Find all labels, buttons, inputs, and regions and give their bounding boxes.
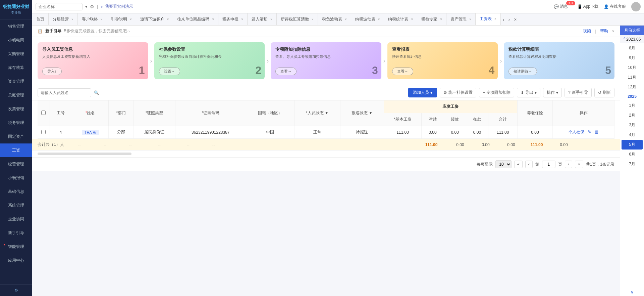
tab-tax-burden[interactable]: 税负波动表× bbox=[318, 13, 351, 26]
unified-social-security-button[interactable]: ⚙ 统一社保设置 bbox=[440, 88, 476, 97]
search-icon[interactable]: 🔍 bbox=[94, 90, 99, 95]
action-personal-insurance[interactable]: 个人社保 bbox=[568, 130, 584, 134]
tab-close-tax[interactable]: × bbox=[241, 17, 243, 21]
export-button[interactable]: ⬇ 导出 ▾ bbox=[517, 88, 540, 97]
tab-close-invite[interactable]: × bbox=[167, 17, 169, 21]
settings-icon[interactable]: ⚙ bbox=[0, 284, 32, 296]
sidebar-item-purchase[interactable]: 采购管理 bbox=[0, 47, 32, 61]
next-page-button[interactable]: › bbox=[565, 161, 572, 168]
horizontal-scrollbar[interactable] bbox=[38, 153, 131, 155]
tab-close-payroll[interactable]: × bbox=[494, 17, 496, 21]
tab-nav-right[interactable]: › bbox=[506, 17, 512, 22]
month-9[interactable]: 9月 bbox=[620, 53, 644, 63]
step-5-btn[interactable]: 敬请期待→ bbox=[508, 68, 537, 75]
tab-tax-expert[interactable]: 税检专家× bbox=[417, 13, 446, 26]
month-10[interactable]: 10月 bbox=[620, 63, 644, 73]
tab-close-burden[interactable]: × bbox=[345, 17, 347, 21]
sidebar-item-invoice[interactable]: 发票管理 bbox=[0, 102, 32, 116]
tab-home[interactable]: 首页 bbox=[32, 13, 49, 26]
tab-close-clearance[interactable]: × bbox=[270, 17, 272, 21]
tab-close-guide[interactable]: × bbox=[130, 17, 132, 21]
message-button[interactable]: 💬 消息 99+ bbox=[554, 4, 572, 9]
tab-close-expert[interactable]: × bbox=[440, 17, 442, 21]
refresh-button[interactable]: ↺ 刷新 bbox=[594, 88, 614, 97]
current-page-input[interactable] bbox=[542, 161, 555, 168]
sidebar-item-payroll[interactable]: 工资 bbox=[0, 143, 32, 157]
tab-close-stat[interactable]: × bbox=[411, 17, 413, 21]
company-dropdown-icon[interactable]: ▾ bbox=[85, 4, 87, 9]
sidebar-item-tax[interactable]: 税务管理 bbox=[0, 116, 32, 130]
month-12[interactable]: 12月 bbox=[620, 82, 644, 92]
guide-help-link[interactable]: 帮助 bbox=[600, 28, 608, 34]
sidebar-item-expense[interactable]: 小畅报销 bbox=[0, 171, 32, 185]
sidebar-item-ai[interactable]: ● 智能管理 bbox=[0, 240, 32, 254]
tab-asset-mgmt[interactable]: 资产管理× bbox=[446, 13, 476, 26]
tab-clearance[interactable]: 进入清册× bbox=[248, 13, 277, 26]
step-4-btn[interactable]: 查看→ bbox=[392, 68, 413, 75]
special-deduction-button[interactable]: + 专项附加扣除 bbox=[479, 88, 514, 97]
operations-button[interactable]: 操作 ▾ bbox=[543, 88, 562, 97]
sidebar-item-collab[interactable]: 企业协同 bbox=[0, 212, 32, 226]
demo-link[interactable]: ○ 我要看实例演示 bbox=[101, 4, 133, 9]
guide-video-link[interactable]: 视频 bbox=[583, 28, 591, 34]
tab-close-product[interactable]: × bbox=[212, 17, 214, 21]
company-selector[interactable] bbox=[36, 3, 83, 10]
tab-tax-report[interactable]: 税务申报× bbox=[218, 13, 248, 26]
sidebar-item-basics[interactable]: 基础信息 bbox=[0, 185, 32, 199]
month-3[interactable]: 3月 bbox=[620, 120, 644, 130]
tab-close-income[interactable]: × bbox=[312, 17, 314, 21]
tab-guide[interactable]: 引导说明× bbox=[107, 13, 136, 26]
sidebar-item-appstore[interactable]: 应用中心 bbox=[0, 254, 32, 267]
first-page-button[interactable]: « bbox=[514, 161, 523, 168]
user-avatar[interactable] bbox=[631, 2, 641, 11]
sidebar-item-inventory[interactable]: 库存核算 bbox=[0, 61, 32, 75]
month-5[interactable]: 5月 bbox=[622, 140, 643, 150]
tab-payment-stat[interactable]: 纳税统计表× bbox=[384, 13, 417, 26]
sidebar-item-sales[interactable]: 销售管理 bbox=[0, 19, 32, 33]
step-1-btn[interactable]: 导入↑ bbox=[42, 68, 62, 75]
tab-close-customer[interactable]: × bbox=[101, 17, 103, 21]
last-page-button[interactable]: » bbox=[575, 161, 583, 168]
sidebar-item-ledger[interactable]: 总账管理 bbox=[0, 88, 32, 102]
sidebar-item-ecommerce[interactable]: 小畅电商 bbox=[0, 33, 32, 47]
month-1[interactable]: 1月 bbox=[620, 101, 644, 111]
tab-customer[interactable]: 客户联络× bbox=[78, 13, 107, 26]
tab-payroll[interactable]: 工资表× bbox=[476, 13, 501, 26]
tab-close-wave[interactable]: × bbox=[378, 17, 380, 21]
sidebar-item-ops[interactable]: 经营管理 bbox=[0, 157, 32, 171]
tab-income-tax[interactable]: 所得税汇算清缴× bbox=[277, 13, 318, 26]
sidebar-item-assets[interactable]: 固定资产 bbox=[0, 130, 32, 143]
prev-page-button[interactable]: ‹ bbox=[525, 161, 533, 168]
tab-nav-left[interactable]: ‹ bbox=[501, 17, 506, 22]
guide-close-icon[interactable]: × bbox=[612, 29, 614, 34]
step-3-btn[interactable]: 查看→ bbox=[275, 68, 297, 75]
settings-gear-icon[interactable]: ⚙ bbox=[90, 4, 94, 9]
action-delete-icon[interactable]: 🗑 bbox=[594, 129, 599, 134]
tab-payment-wave[interactable]: 纳税波动表× bbox=[351, 13, 384, 26]
month-4[interactable]: 4月 bbox=[620, 130, 644, 140]
row-checkbox[interactable] bbox=[41, 130, 46, 134]
sidebar-item-finance[interactable]: 资金管理 bbox=[0, 75, 32, 88]
online-service-button[interactable]: 👤 在线客服 bbox=[604, 4, 626, 9]
tab-close-hierarchy[interactable]: × bbox=[71, 17, 73, 21]
action-edit-icon[interactable]: ✎ bbox=[588, 129, 591, 134]
newguide-button[interactable]: ? 新手引导 bbox=[565, 88, 592, 97]
tab-close-asset[interactable]: × bbox=[469, 17, 471, 21]
month-11[interactable]: 11月 bbox=[620, 73, 644, 82]
month-8[interactable]: 8月 bbox=[620, 43, 644, 53]
per-page-select[interactable]: 10 20 50 bbox=[495, 160, 512, 168]
tab-hierarchy[interactable]: 分层经营× bbox=[49, 13, 78, 26]
year-down-arrow[interactable]: v bbox=[620, 289, 644, 296]
month-6[interactable]: 6月 bbox=[620, 150, 644, 159]
year-up-arrow[interactable]: ^ bbox=[624, 37, 626, 42]
tab-product-code[interactable]: 往来单位商品编码× bbox=[173, 13, 218, 26]
app-download-button[interactable]: 📱 App下载 bbox=[577, 4, 598, 9]
sidebar-item-system[interactable]: 系统管理 bbox=[0, 199, 32, 212]
tab-close-all[interactable]: × bbox=[512, 17, 519, 22]
month-2[interactable]: 2月 bbox=[620, 111, 644, 120]
tab-invite[interactable]: 邀请下游客户× bbox=[136, 13, 173, 26]
sidebar-item-newguide[interactable]: 新手引导 bbox=[0, 226, 32, 240]
month-7[interactable]: 7月 bbox=[620, 159, 644, 169]
step-2-btn[interactable]: 设置→ bbox=[159, 68, 180, 75]
select-all-checkbox[interactable] bbox=[41, 111, 46, 115]
